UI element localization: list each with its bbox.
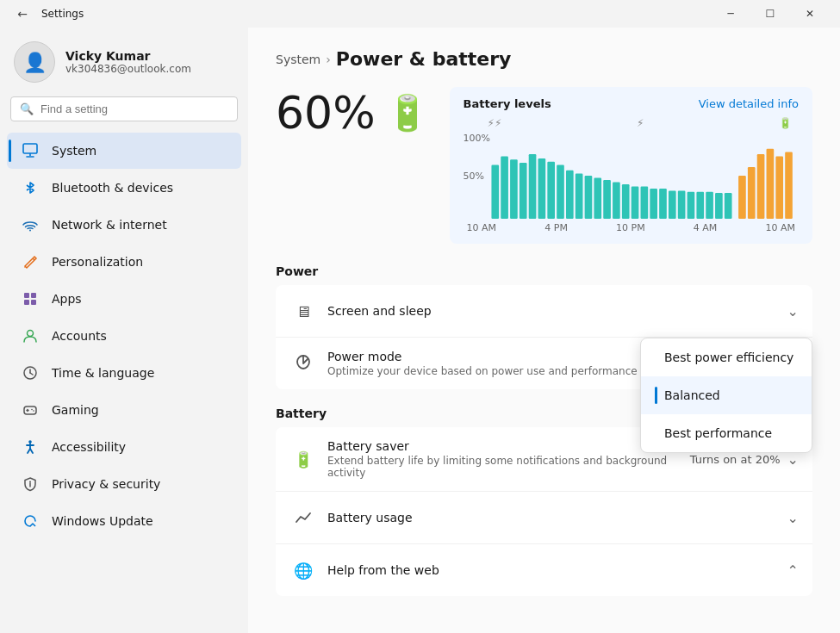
user-profile: 👤 Vicky Kumar vk304836@outlook.com [0,28,248,93]
user-name: Vicky Kumar [65,49,191,63]
svg-rect-42 [659,189,667,219]
network-icon [21,215,40,234]
help-web-chevron: ⌃ [787,562,799,579]
search-input[interactable] [40,102,228,115]
svg-point-8 [28,331,34,337]
svg-rect-51 [748,167,756,219]
svg-rect-33 [575,174,582,220]
svg-rect-36 [603,180,611,219]
maximize-button[interactable]: ☐ [750,0,790,28]
sidebar-item-label-accounts: Accounts [52,329,107,343]
screen-sleep-right: ⌄ [787,303,799,320]
battery-bars-svg [464,133,799,219]
sidebar-item-privacy[interactable]: Privacy & security [7,466,241,502]
sidebar-item-label-system: System [52,144,96,158]
back-button[interactable]: ← [10,2,34,26]
battery-saver-right: Turns on at 20% ⌄ [690,451,799,468]
search-box[interactable]: 🔍 [10,96,238,121]
back-icon: ← [17,7,28,21]
close-button[interactable]: ✕ [790,0,830,28]
avatar: 👤 [14,41,55,83]
svg-point-3 [29,230,31,232]
chart-label-4: 4 AM [694,222,718,233]
svg-rect-46 [696,192,704,219]
view-detailed-info-link[interactable]: View detailed info [699,97,799,110]
sidebar-item-label-update: Windows Update [52,514,153,528]
screen-sleep-row[interactable]: 🖥 Screen and sleep ⌄ [276,285,812,338]
svg-rect-34 [584,176,592,219]
power-mode-icon [289,350,317,377]
charge-icon-1: ⚡⚡ [488,117,502,129]
sidebar-item-accounts[interactable]: Accounts [7,318,241,354]
dropdown-item-balanced[interactable]: Balanced [641,376,812,414]
bluetooth-icon [21,178,40,197]
dropdown-item-efficiency[interactable]: Best power efficiency [641,338,812,376]
svg-rect-26 [510,159,518,219]
selected-bar-balanced [655,387,657,404]
empty-bar-performance [655,425,657,442]
chart-header: Battery levels View detailed info [464,97,799,110]
nav-list: SystemBluetooth & devicesNetwork & inter… [0,132,248,540]
chart-time-labels: 10 AM 4 PM 10 PM 4 AM 10 AM [464,222,799,233]
breadcrumb-parent: System [276,53,320,66]
screen-sleep-chevron: ⌄ [787,303,799,320]
svg-point-23 [29,481,31,483]
titlebar: ← Settings ─ ☐ ✕ [0,0,840,28]
help-web-title: Help from the web [327,563,787,577]
help-web-right: ⌃ [787,562,799,579]
sidebar-item-label-time: Time & language [52,366,154,380]
user-info: Vicky Kumar vk304836@outlook.com [65,49,191,75]
update-icon [21,512,40,531]
battery-usage-right: ⌄ [787,510,799,526]
accounts-icon [21,326,40,345]
dropdown-item-performance[interactable]: Best performance [641,414,812,452]
help-web-row[interactable]: 🌐 Help from the web ⌃ [276,544,812,596]
chart-label-2: 4 PM [544,222,568,233]
sidebar-item-update[interactable]: Windows Update [7,503,241,539]
sidebar-item-time[interactable]: Time & language [7,355,241,391]
sidebar-item-bluetooth[interactable]: Bluetooth & devices [7,170,241,206]
svg-rect-45 [687,192,694,219]
sidebar-item-network[interactable]: Network & internet [7,207,241,243]
chart-100-label: 100% [464,133,490,144]
battery-saver-info: Battery saver Extend battery life by lim… [327,439,690,479]
sidebar-item-label-personalization: Personalization [52,255,143,269]
minimize-button[interactable]: ─ [711,0,750,28]
svg-rect-53 [766,149,774,219]
privacy-icon [21,475,40,493]
power-section-title: Power [276,264,812,278]
svg-rect-31 [557,165,564,220]
breadcrumb-current: Power & battery [336,48,512,70]
power-mode-dropdown: Best power efficiency Balanced Best perf… [640,338,812,453]
battery-percentage-display: 60% 🔋 [276,87,429,139]
chart-50-label: 50% [464,171,484,182]
sidebar-item-label-accessibility: Accessibility [52,440,126,454]
help-web-icon: 🌐 [289,556,317,584]
battery-saver-chevron: ⌄ [787,451,799,468]
sidebar-item-system[interactable]: System [7,133,241,169]
sidebar-item-apps[interactable]: Apps [7,281,241,317]
battery-saver-subtitle: Extend battery life by limiting some not… [327,455,690,479]
battery-usage-info: Battery usage [327,511,787,524]
sidebar-item-label-gaming: Gaming [52,403,99,417]
dropdown-label-balanced: Balanced [664,388,720,402]
battery-usage-icon [289,504,317,531]
sidebar-item-gaming[interactable]: Gaming [7,392,241,428]
sidebar-item-accessibility[interactable]: Accessibility [7,429,241,465]
breadcrumb: System › Power & battery [276,48,812,70]
battery-chart: 100% 50% [464,133,799,219]
screen-sleep-title: Screen and sleep [327,304,787,318]
svg-rect-41 [650,189,657,219]
search-icon: 🔍 [20,102,34,115]
empty-bar-efficiency [655,349,657,366]
sidebar: 👤 Vicky Kumar vk304836@outlook.com 🔍 Sys… [0,28,248,633]
chart-title: Battery levels [464,97,551,110]
svg-point-15 [31,409,33,411]
svg-rect-43 [669,191,676,220]
main-content: System › Power & battery 60% 🔋 Battery l… [248,28,840,633]
battery-usage-row[interactable]: Battery usage ⌄ [276,492,812,544]
svg-rect-54 [775,157,783,220]
sidebar-item-personalization[interactable]: Personalization [7,244,241,280]
power-mode-row[interactable]: Power mode Optimize your device based on… [276,338,812,389]
svg-rect-25 [501,157,508,220]
